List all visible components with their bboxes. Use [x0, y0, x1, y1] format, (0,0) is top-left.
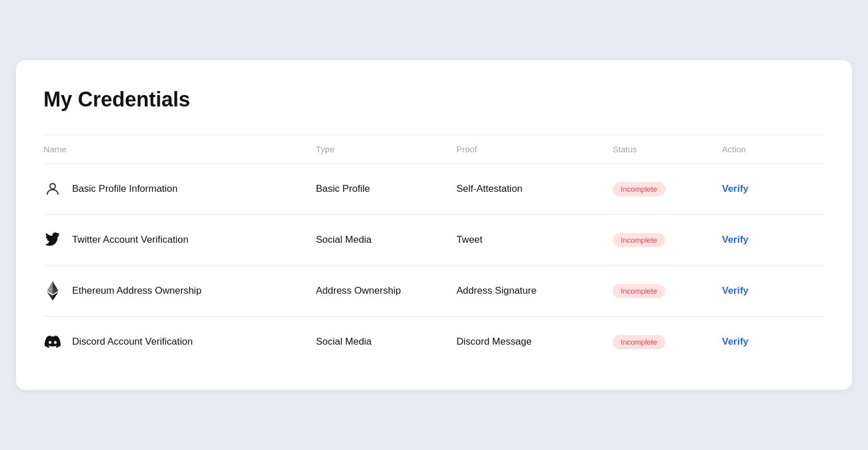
credentials-table: Name Type Proof Status Action Basic Prof… [44, 135, 824, 367]
credential-proof: Self-Attestation [449, 164, 606, 215]
credential-name: Ethereum Address Ownership [72, 285, 202, 297]
credential-action: Verify [715, 164, 824, 215]
credential-proof: Discord Message [449, 317, 606, 368]
credential-status: Incomplete [606, 164, 715, 215]
status-badge: Incomplete [613, 284, 665, 298]
credential-name: Basic Profile Information [72, 183, 177, 195]
credential-type: Address Ownership [309, 266, 450, 317]
table-row: Ethereum Address Ownership Address Owner… [44, 266, 824, 317]
table-header-row: Name Type Proof Status Action [44, 135, 824, 164]
col-header-name: Name [44, 135, 309, 164]
credential-name: Twitter Account Verification [72, 234, 188, 246]
svg-point-0 [50, 184, 55, 189]
credential-status: Incomplete [606, 266, 715, 317]
col-header-action: Action [715, 135, 824, 164]
credential-action: Verify [715, 215, 824, 266]
verify-button[interactable]: Verify [722, 234, 748, 246]
verify-button[interactable]: Verify [722, 285, 748, 297]
table-row: Twitter Account Verification Social Medi… [44, 215, 824, 266]
status-badge: Incomplete [613, 233, 665, 247]
credential-name-cell: Twitter Account Verification [44, 215, 309, 266]
credential-status: Incomplete [606, 215, 715, 266]
credential-action: Verify [715, 266, 824, 317]
person-icon [44, 180, 62, 198]
page-title: My Credentials [44, 88, 824, 112]
col-header-proof: Proof [449, 135, 606, 164]
status-badge: Incomplete [613, 335, 665, 349]
col-header-status: Status [606, 135, 715, 164]
discord-icon [44, 333, 62, 351]
credential-type: Basic Profile [309, 164, 450, 215]
credential-status: Incomplete [606, 317, 715, 368]
credential-type: Social Media [309, 317, 450, 368]
credential-name-cell: Basic Profile Information [44, 164, 309, 215]
credential-name-cell: Ethereum Address Ownership [44, 266, 309, 317]
table-row: Basic Profile Information Basic Profile … [44, 164, 824, 215]
credentials-card: My Credentials Name Type Proof Status Ac… [16, 60, 852, 390]
verify-button[interactable]: Verify [722, 336, 748, 348]
credential-name: Discord Account Verification [72, 336, 193, 348]
table-row: Discord Account Verification Social Medi… [44, 317, 824, 368]
twitter-icon [44, 231, 62, 249]
credential-proof: Address Signature [449, 266, 606, 317]
credential-action: Verify [715, 317, 824, 368]
ethereum-icon [44, 282, 62, 300]
credential-name-cell: Discord Account Verification [44, 317, 309, 368]
status-badge: Incomplete [613, 182, 665, 196]
credential-type: Social Media [309, 215, 450, 266]
verify-button[interactable]: Verify [722, 183, 748, 195]
col-header-type: Type [309, 135, 450, 164]
credential-proof: Tweet [449, 215, 606, 266]
